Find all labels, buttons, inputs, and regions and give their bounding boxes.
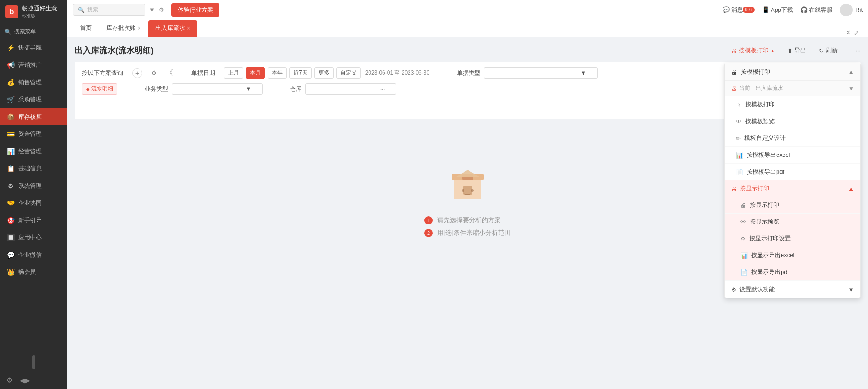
dropdown-collapse-icon[interactable]: ▲ (848, 69, 854, 75)
chevron-up-icon: ▲ (848, 185, 854, 192)
tab-home[interactable]: 首页 (73, 20, 99, 37)
dropdown-item-template-design[interactable]: ✏ 模板自定义设计 (725, 130, 860, 147)
date-btn-more[interactable]: 更多 (314, 67, 334, 79)
sidebar-item-label: 系统管理 (18, 182, 42, 190)
doc-type-select[interactable]: ▼ (484, 67, 598, 79)
sidebar: b 畅捷通好生意 标准版 🔍 搜索菜单 ⚡ 快捷导航 📢 营销推广 💰 销售管理… (0, 0, 67, 389)
sidebar-item-operations[interactable]: 📊 经营管理 (0, 143, 67, 160)
sidebar-item-inventory[interactable]: 📦 库存核算 (0, 108, 67, 125)
app-download-label: App下载 (771, 6, 793, 14)
online-service-area[interactable]: 🎧 在线客服 (800, 6, 833, 14)
date-btn-7days[interactable]: 近7天 (289, 67, 312, 79)
sidebar-item-marketing[interactable]: 📢 营销推广 (0, 56, 67, 74)
svg-marker-3 (456, 170, 479, 177)
sidebar-scrollbar[interactable] (32, 355, 35, 369)
cooperation-icon: 🤝 (6, 199, 15, 207)
topbar-search[interactable]: 🔍 搜索 (73, 4, 145, 16)
refresh-icon: ↻ (819, 47, 824, 54)
add-filter-btn[interactable]: + (132, 68, 142, 78)
tab-inout-flow[interactable]: 出入库流水 × (148, 20, 197, 37)
sidebar-item-system[interactable]: ⚙ 系统管理 (0, 177, 67, 194)
sidebar-item-label: 快捷导航 (18, 44, 42, 52)
dropdown-item-template-preview[interactable]: 👁 按模板预览 (725, 113, 860, 130)
dropdown-item-template-print[interactable]: 🖨 按模板打印 (725, 96, 860, 113)
divider: │ (847, 47, 850, 54)
sidebar-item-app-center[interactable]: 🔲 应用中心 (0, 229, 67, 246)
biz-type-select[interactable]: ▼ (172, 83, 263, 95)
item-label: 按显示打印设置 (749, 234, 791, 243)
date-group: 上月 本月 本年 近7天 更多 自定义 2023-06-01 至 2023-06… (224, 67, 429, 79)
dropdown-item-template-pdf[interactable]: 📄 按模板导出pdf (725, 164, 860, 180)
refresh-btn[interactable]: ↻ 刷新 (815, 45, 841, 56)
collapse-filter-icon[interactable]: 《 (166, 68, 173, 78)
display-print-header[interactable]: 🖨 按显示打印 ▲ (725, 180, 860, 197)
biz-type-label: 业务类型 (145, 85, 168, 93)
dropdown-item-display-preview[interactable]: 👁 按显示预览 (725, 214, 860, 230)
sidebar-item-guide[interactable]: 🎯 新手引导 (0, 212, 67, 229)
sidebar-item-basic[interactable]: 📋 基础信息 (0, 160, 67, 177)
sidebar-item-label: 企业协同 (18, 199, 42, 207)
filter-tag-active[interactable]: ● 流水明细 (82, 83, 117, 95)
biz-type-area: 业务类型 ▼ (145, 83, 263, 95)
dropdown-arrow-icon[interactable]: ▼ (149, 6, 155, 13)
close-window-icon[interactable]: × (846, 29, 850, 37)
dropdown-item-display-excel[interactable]: 📊 按显示导出excel (725, 247, 860, 264)
search-label: 搜索菜单 (14, 28, 36, 35)
more-options-icon[interactable]: ··· (856, 47, 861, 54)
sidebar-item-label: 企业微信 (18, 251, 42, 259)
display-print-label: 按显示打印 (740, 185, 769, 193)
app-download-area[interactable]: 📱 App下载 (762, 6, 793, 14)
excel-icon: 📊 (740, 252, 748, 259)
item-label: 按显示打印 (750, 201, 779, 209)
template-print-btn[interactable]: 🖨 按模板打印 ▲ (728, 45, 778, 56)
sidebar-nav: ⚡ 快捷导航 📢 营销推广 💰 销售管理 🛒 采购管理 📦 库存核算 💳 资金管… (0, 39, 67, 354)
dropdown-title: 🖨 按模板打印 (731, 68, 770, 76)
print-icon: 🖨 (731, 69, 737, 75)
app-download-icon: 📱 (762, 6, 769, 13)
refresh-label: 刷新 (826, 46, 838, 55)
default-icon: ⚙ (731, 286, 737, 293)
date-btn-this-month[interactable]: 本月 (246, 67, 265, 79)
dropdown-footer-default[interactable]: ⚙ 设置默认功能 ▼ (725, 281, 860, 298)
date-btn-last-month[interactable]: 上月 (224, 67, 243, 79)
marketing-icon: 📢 (6, 61, 15, 69)
item-label: 按显示导出pdf (751, 268, 789, 276)
dropdown-item-display-pdf[interactable]: 📄 按显示导出pdf (725, 264, 860, 281)
display-print-header-icon: 🖨 (731, 185, 737, 192)
sidebar-item-quick-nav[interactable]: ⚡ 快捷导航 (0, 39, 67, 56)
dropdown-current-label: 🖨 当前：出入库流水 ▼ (725, 81, 860, 96)
avatar (840, 4, 853, 16)
tab-home-label: 首页 (80, 24, 92, 32)
expand-window-icon[interactable]: ⤢ (854, 30, 859, 36)
settings-filter-icon[interactable]: ⚙ (151, 70, 157, 76)
member-icon: 👑 (6, 268, 15, 276)
dropdown-item-display-settings[interactable]: ⚙ 按显示打印设置 (725, 230, 860, 247)
collapse-sidebar-icon[interactable]: ◀▶ (20, 377, 30, 384)
sidebar-item-finance[interactable]: 💳 资金管理 (0, 125, 67, 143)
export-btn[interactable]: ⬆ 导出 (784, 45, 810, 56)
sidebar-search[interactable]: 🔍 搜索菜单 (0, 24, 67, 39)
sidebar-item-wechat[interactable]: 💬 企业微信 (0, 246, 67, 264)
tab-batch-account[interactable]: 库存批次账 × (99, 20, 148, 37)
sidebar-item-purchase[interactable]: 🛒 采购管理 (0, 91, 67, 108)
date-btn-this-year[interactable]: 本年 (268, 67, 287, 79)
sidebar-item-member[interactable]: 👑 畅会员 (0, 264, 67, 281)
topbar-settings-icon[interactable]: ⚙ (159, 6, 164, 13)
date-label: 单据日期 (191, 69, 215, 77)
tab-inout-flow-close[interactable]: × (187, 25, 190, 31)
export-icon: ⬆ (788, 47, 793, 54)
tab-batch-account-close[interactable]: × (138, 25, 141, 31)
topbar: 🔍 搜索 ▼ ⚙ 体验行业方案 💬 消息 99+ 📱 App下载 🎧 在线客服 … (67, 0, 868, 20)
trial-btn[interactable]: 体验行业方案 (171, 3, 219, 17)
warehouse-label: 仓库 (290, 85, 302, 93)
tabs: 首页 库存批次账 × 出入库流水 × × ⤢ (67, 20, 868, 37)
settings-icon[interactable]: ⚙ (6, 376, 13, 384)
user-area[interactable]: Rit (840, 4, 863, 16)
message-area[interactable]: 💬 消息 99+ (723, 6, 755, 14)
dropdown-item-template-excel[interactable]: 📊 按模板导出excel (725, 147, 860, 164)
warehouse-select[interactable]: ··· (305, 83, 396, 95)
date-btn-custom[interactable]: 自定义 (336, 67, 361, 79)
sidebar-item-sales[interactable]: 💰 销售管理 (0, 74, 67, 91)
dropdown-item-display-print[interactable]: 🖨 按显示打印 (725, 197, 860, 214)
sidebar-item-cooperation[interactable]: 🤝 企业协同 (0, 194, 67, 212)
